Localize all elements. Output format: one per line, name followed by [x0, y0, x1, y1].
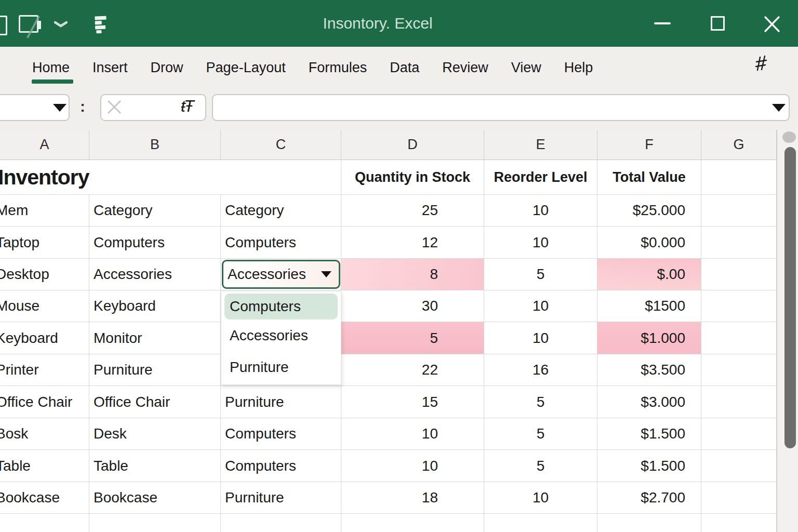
cell-f[interactable]: $0.000: [597, 227, 701, 258]
cell-f[interactable]: $1.500: [597, 418, 701, 449]
cell-c[interactable]: Category: [221, 195, 341, 226]
cell-b[interactable]: Desk: [89, 418, 221, 449]
column-header-e[interactable]: E: [484, 130, 597, 159]
tab-data[interactable]: Data: [390, 60, 419, 76]
tab-formulas[interactable]: Formules: [309, 60, 367, 76]
cell-d-low-stock[interactable]: 5: [341, 322, 484, 354]
tab-help[interactable]: Help: [564, 60, 593, 76]
cell-a[interactable]: Printer: [0, 354, 89, 385]
cell-b[interactable]: Purniture: [89, 354, 221, 385]
cell-f[interactable]: [597, 514, 701, 532]
column-header-g[interactable]: G: [701, 130, 777, 159]
cell-b[interactable]: Office Chair: [89, 386, 221, 418]
cell-f[interactable]: $3.500: [597, 354, 701, 385]
cell-a[interactable]: Desktop: [0, 259, 89, 290]
header-total-value[interactable]: Total Value: [597, 160, 701, 194]
cell-d[interactable]: 18: [341, 482, 484, 513]
dropdown-option-computers[interactable]: Computers: [224, 294, 338, 320]
cell-e[interactable]: 5: [484, 450, 597, 482]
cell-b[interactable]: Keyboard: [89, 290, 221, 322]
cell-b[interactable]: Monitor: [89, 322, 221, 354]
cell-title[interactable]: Inventory: [0, 160, 221, 194]
cancel-icon[interactable]: [107, 99, 122, 115]
cell-a[interactable]: Office Chair: [0, 386, 89, 418]
cell-e[interactable]: 5: [484, 259, 597, 290]
cell-b[interactable]: Accessories: [89, 259, 221, 290]
cell-a[interactable]: Taptop: [0, 227, 89, 258]
cell-c[interactable]: Computers: [221, 227, 341, 258]
cell-f-alert[interactable]: $.00: [597, 259, 701, 290]
fx-sharp-icon[interactable]: [754, 54, 769, 73]
cell-e[interactable]: 5: [484, 386, 597, 418]
cell-d[interactable]: 10: [341, 418, 484, 449]
cell-g[interactable]: [701, 514, 777, 532]
chevron-down-icon[interactable]: [54, 21, 68, 28]
formula-bar-expand-arrow[interactable]: [772, 104, 786, 112]
cell-a[interactable]: Bosk: [0, 418, 89, 449]
column-header-f[interactable]: F: [597, 130, 701, 159]
cell-f[interactable]: $1500: [597, 290, 701, 322]
tab-view[interactable]: View: [511, 60, 541, 76]
cell-f[interactable]: $1.500: [597, 450, 701, 482]
cell-g[interactable]: [701, 160, 777, 194]
cell-c[interactable]: [221, 514, 341, 532]
cell-a[interactable]: [0, 514, 89, 532]
cell-g[interactable]: [701, 290, 777, 322]
cell-e[interactable]: 16: [484, 354, 597, 385]
cell-d[interactable]: 25: [341, 195, 484, 226]
cell-f-alert[interactable]: $1.000: [597, 322, 701, 354]
cell-d[interactable]: 10: [341, 450, 484, 482]
cell-f[interactable]: $3.000: [597, 386, 701, 418]
cell-g[interactable]: [701, 450, 777, 482]
cell-a[interactable]: Keyboard: [0, 322, 89, 354]
cell-g[interactable]: [701, 354, 777, 385]
cell-d-low-stock[interactable]: 8: [341, 259, 484, 290]
cell-g[interactable]: [701, 482, 777, 513]
column-header-b[interactable]: B: [89, 130, 221, 159]
cell-a[interactable]: Table: [0, 450, 89, 482]
category-dropdown[interactable]: Accessories: [222, 260, 340, 289]
cell-d[interactable]: 12: [341, 227, 484, 258]
cell-a[interactable]: Mouse: [0, 290, 89, 322]
cell-g[interactable]: [701, 195, 777, 226]
column-header-d[interactable]: D: [341, 130, 484, 159]
cell-b[interactable]: [89, 514, 221, 532]
cell-g[interactable]: [701, 322, 777, 354]
tab-draw[interactable]: Drow: [151, 60, 183, 76]
cell-e[interactable]: 10: [484, 195, 597, 226]
name-box-dropdown-arrow[interactable]: [53, 104, 66, 112]
cell-b[interactable]: Table: [89, 450, 221, 482]
dropdown-option-furniture[interactable]: Purniture: [221, 351, 341, 383]
tab-page-layout[interactable]: Page-Layout: [206, 60, 286, 76]
formula-input[interactable]: [212, 94, 790, 121]
cell-d[interactable]: 22: [341, 354, 484, 385]
cell-c[interactable]: Computers: [221, 450, 341, 482]
column-header-a[interactable]: A: [0, 130, 89, 159]
cell-f[interactable]: $25.000: [597, 195, 701, 226]
cell-e[interactable]: 10: [484, 482, 597, 513]
cell-c[interactable]: Purniture: [221, 386, 341, 418]
close-button[interactable]: [764, 15, 780, 33]
cell-f[interactable]: $2.700: [597, 482, 701, 513]
insert-function-icon[interactable]: ŧŦ: [181, 97, 192, 116]
header-reorder-level[interactable]: Reorder Level: [484, 160, 597, 194]
menu-icon[interactable]: [95, 16, 108, 35]
minimize-button[interactable]: [654, 22, 671, 24]
cell-e[interactable]: 10: [484, 290, 597, 322]
tab-review[interactable]: Review: [442, 60, 488, 76]
maximize-button[interactable]: [711, 16, 725, 31]
dropdown-option-accessories[interactable]: Accessories: [221, 320, 341, 351]
cell-e[interactable]: [484, 514, 597, 532]
cell-a[interactable]: Mem: [0, 195, 89, 226]
cell-g[interactable]: [701, 259, 777, 290]
cell-d[interactable]: 30: [341, 290, 484, 322]
cell-e[interactable]: 10: [484, 322, 597, 354]
vertical-scrollbar[interactable]: [777, 130, 798, 532]
cell-c[interactable]: [221, 160, 341, 194]
header-quantity-in-stock[interactable]: Quantity in Stock: [341, 160, 484, 194]
cell-a[interactable]: Bookcase: [0, 482, 89, 513]
cell-b[interactable]: Computers: [89, 227, 221, 258]
cell-e[interactable]: 10: [484, 227, 597, 258]
cell-b[interactable]: Category: [89, 195, 221, 226]
tab-insert[interactable]: Insert: [92, 60, 128, 76]
